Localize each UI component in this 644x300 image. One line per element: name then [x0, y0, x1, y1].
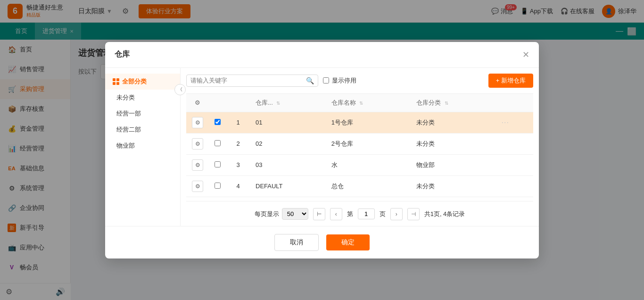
th-num: [226, 93, 250, 112]
row-gear-button-2[interactable]: ⚙: [192, 159, 203, 171]
cell-code-3: DEFAULT: [250, 175, 326, 197]
show-disabled-label: 显示停用: [332, 76, 356, 85]
cell-num-3: 4: [226, 175, 250, 197]
table-row: ⚙ 1 01 1号仓库 未分类 ···: [186, 112, 533, 133]
cell-num-1: 2: [226, 133, 250, 154]
category-all-label: 全部分类: [122, 77, 147, 86]
th-check: [209, 93, 226, 112]
sort-category-icon: ⇅: [445, 100, 448, 106]
table-wrapper: ⚙ 仓库... ⇅ 仓库名称 ⇅: [186, 93, 533, 197]
th-name-label: 仓库名称: [331, 99, 356, 106]
row-checkbox-3[interactable]: [215, 183, 221, 189]
cell-num-0: 1: [226, 112, 250, 133]
th-category-label: 仓库分类: [416, 99, 441, 106]
warehouse-modal: 仓库 ✕ 全部分类 《 未分类 经营一部: [105, 42, 539, 258]
search-icon: 🔍: [306, 77, 314, 84]
modal-title: 仓库: [115, 50, 130, 59]
add-warehouse-button[interactable]: + 新增仓库: [488, 74, 533, 88]
th-actions: [496, 93, 533, 112]
cell-check-0: [209, 112, 226, 133]
page-next-button[interactable]: ›: [390, 208, 403, 220]
cell-code-2: 03: [250, 154, 326, 175]
search-input[interactable]: [190, 77, 304, 84]
warehouse-table: ⚙ 仓库... ⇅ 仓库名称 ⇅: [186, 93, 533, 197]
page-first-button[interactable]: ⊢: [313, 208, 325, 220]
modal-close-button[interactable]: ✕: [522, 50, 529, 60]
table-body: ⚙ 1 01 1号仓库 未分类 ··· ⚙ 2 02 2号仓库 未分类: [186, 112, 533, 197]
cell-num-2: 3: [226, 154, 250, 175]
page-size-select: 每页显示 50 100 200: [255, 208, 308, 220]
row-gear-button-3[interactable]: ⚙: [192, 181, 203, 192]
th-category[interactable]: 仓库分类 ⇅: [411, 93, 495, 112]
page-last-button[interactable]: ⊣: [407, 208, 420, 220]
grid-icon: [113, 78, 119, 85]
search-box: 🔍: [186, 75, 318, 87]
cell-name-0: 1号仓库: [326, 112, 411, 133]
page-suffix: 页: [380, 210, 386, 218]
cell-gear-0: ⚙: [186, 112, 209, 133]
category-panel-inner: 全部分类 《 未分类 经营一部 经营二部 物业部: [105, 74, 180, 220]
cancel-button[interactable]: 取消: [274, 234, 319, 251]
cell-actions-0: ···: [496, 112, 533, 133]
cell-category-1: 未分类: [411, 133, 495, 154]
category-all-item[interactable]: 全部分类: [105, 74, 180, 90]
cell-check-2: [209, 154, 226, 175]
row-gear-button-1[interactable]: ⚙: [192, 138, 203, 150]
cell-gear-3: ⚙: [186, 175, 209, 197]
cell-category-3: 未分类: [411, 175, 495, 197]
cell-code-1: 02: [250, 133, 326, 154]
table-header-row: ⚙ 仓库... ⇅ 仓库名称 ⇅: [186, 93, 533, 112]
category-item-op1[interactable]: 经营一部: [105, 106, 180, 122]
cell-actions-2: [496, 154, 533, 175]
show-disabled-checkbox[interactable]: [323, 77, 329, 83]
sort-code-icon: ⇅: [276, 100, 280, 106]
cell-actions-1: [496, 133, 533, 154]
cell-gear-2: ⚙: [186, 154, 209, 175]
modal-overlay: 仓库 ✕ 全部分类 《 未分类 经营一部: [0, 0, 644, 300]
pagination: 每页显示 50 100 200 ⊢ ‹ 第 页 › ⊣ 共1页, 4条记录: [186, 201, 533, 220]
category-item-property[interactable]: 物业部: [105, 138, 180, 154]
category-item-op2[interactable]: 经营二部: [105, 122, 180, 138]
cell-gear-1: ⚙: [186, 133, 209, 154]
row-checkbox-2[interactable]: [215, 161, 221, 167]
modal-body: 全部分类 《 未分类 经营一部 经营二部 物业部 🔍: [105, 68, 539, 226]
modal-footer: 取消 确定: [105, 226, 539, 258]
th-code-label: 仓库...: [256, 99, 273, 106]
cell-name-2: 水: [326, 154, 411, 175]
cell-name-3: 总仓: [326, 175, 411, 197]
th-code[interactable]: 仓库... ⇅: [250, 93, 326, 112]
per-page-select[interactable]: 50 100 200: [282, 208, 308, 220]
row-checkbox-1[interactable]: [215, 140, 221, 146]
cell-category-2: 物业部: [411, 154, 495, 175]
per-page-label: 每页显示: [255, 210, 279, 218]
th-gear: ⚙: [186, 93, 209, 112]
page-prev-button[interactable]: ‹: [330, 208, 342, 220]
sort-name-icon: ⇅: [359, 100, 363, 106]
cell-check-3: [209, 175, 226, 197]
cell-check-1: [209, 133, 226, 154]
cell-actions-3: [496, 175, 533, 197]
category-panel: 全部分类 《 未分类 经营一部 经营二部 物业部: [105, 68, 181, 226]
confirm-button[interactable]: 确定: [326, 234, 370, 250]
page-label: 第: [347, 210, 353, 218]
table-panel: 🔍 显示停用 + 新增仓库 ⚙: [181, 68, 539, 226]
total-info: 共1页, 4条记录: [424, 210, 465, 218]
table-toolbar: 🔍 显示停用 + 新增仓库: [186, 74, 533, 88]
row-checkbox-0[interactable]: [215, 119, 221, 125]
page-input[interactable]: [358, 208, 375, 219]
cell-code-0: 01: [250, 112, 326, 133]
cell-category-0: 未分类: [411, 112, 495, 133]
table-row: ⚙ 4 DEFAULT 总仓 未分类: [186, 175, 533, 197]
show-disabled-toggle: 显示停用: [323, 76, 356, 85]
modal-header: 仓库 ✕: [105, 42, 539, 68]
th-name[interactable]: 仓库名称 ⇅: [326, 93, 411, 112]
collapse-panel-button[interactable]: 《: [174, 84, 186, 95]
table-row: ⚙ 2 02 2号仓库 未分类: [186, 133, 533, 154]
row-gear-button-0[interactable]: ⚙: [192, 117, 203, 128]
table-row: ⚙ 3 03 水 物业部: [186, 154, 533, 175]
row-more-button-0[interactable]: ···: [502, 118, 509, 126]
category-item-unclassified[interactable]: 未分类: [105, 90, 180, 106]
cell-name-1: 2号仓库: [326, 133, 411, 154]
